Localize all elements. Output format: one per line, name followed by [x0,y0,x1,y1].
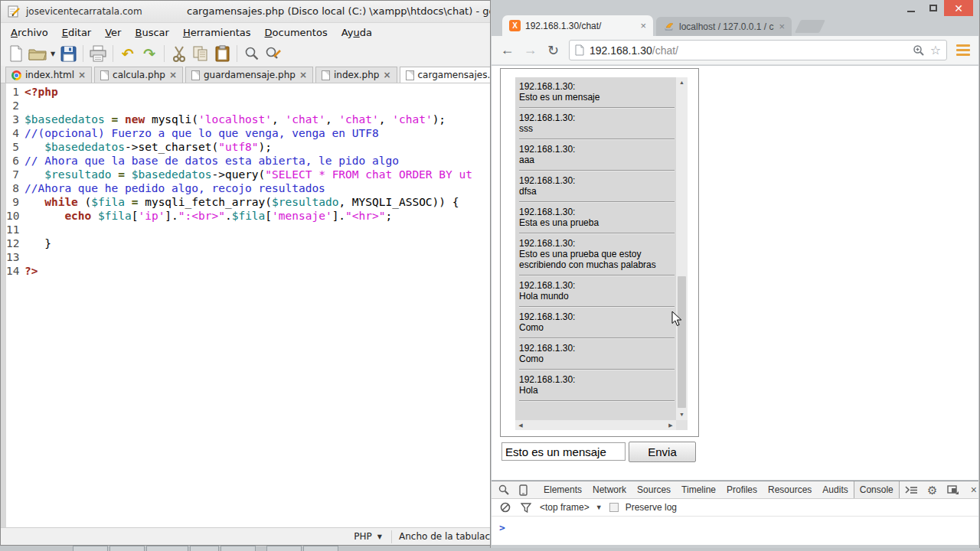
menu-ayuda[interactable]: Ayuda [335,24,379,41]
taskbar-button[interactable] [303,546,338,551]
settings-gear-icon[interactable]: ⚙ [926,483,939,497]
code-token [24,196,44,208]
code-token: , [325,113,338,126]
close-button[interactable]: ✕ [944,0,973,16]
vertical-scrollbar[interactable]: ▲ ▼ [676,77,688,420]
tab-close-icon[interactable]: × [779,21,785,32]
devtools-tab-elements[interactable]: Elements [538,481,587,498]
preserve-log-checkbox[interactable] [609,503,619,512]
filter-icon[interactable] [519,500,533,514]
reload-button[interactable]: ↻ [543,40,564,60]
minimize-button[interactable] [900,0,922,16]
console-drawer-icon[interactable] [905,483,919,497]
copy-button[interactable] [190,44,211,64]
menu-editar[interactable]: Editar [55,24,99,41]
code-token: 'chat' [338,113,378,126]
undo-button[interactable]: ↶ [117,44,139,64]
print-button[interactable] [87,44,109,64]
new-tab-button[interactable] [795,20,825,33]
code-line: 2 [6,99,490,112]
maximize-button[interactable] [922,0,944,16]
open-dropdown-arrow[interactable]: ▼ [48,44,57,64]
scroll-left-arrow[interactable]: ◀ [515,420,526,430]
menu-documentos[interactable]: Documentos [258,24,335,41]
bookmark-star-icon[interactable]: ☆ [930,44,941,57]
line-number: 13 [6,250,24,264]
editor-titlebar[interactable]: josevicentecarratala.com cargamensajes.p… [1,1,490,23]
taskbar-button[interactable] [109,546,145,551]
chat-message: 192.168.1.30:dfsa [519,171,676,197]
scroll-down-arrow[interactable]: ▼ [676,409,688,420]
horizontal-scrollbar[interactable]: ◀ ▶ [515,420,676,430]
browser-menu-button[interactable] [952,40,973,60]
devtools-tab-audits[interactable]: Audits [817,481,853,498]
devtools-tab-resources[interactable]: Resources [763,481,817,498]
editor-tab[interactable]: index.php× [315,67,397,83]
paste-button[interactable] [211,44,233,64]
taskbar-button[interactable] [146,546,188,551]
messages-scroll-area[interactable]: 192.168.1.30:Esto es un mensaje192.168.1… [515,77,688,430]
menu-archivo[interactable]: Archivo [4,24,55,41]
code-line: 5 $basededatos->set_charset("utf8"); [6,140,490,154]
devtools-tab-timeline[interactable]: Timeline [676,481,721,498]
editor-tab[interactable]: calcula.php× [94,67,183,83]
message-input[interactable] [501,442,626,461]
clear-console-icon[interactable] [498,500,512,514]
taskbar-button[interactable] [73,546,108,551]
redo-button[interactable]: ↷ [139,44,160,64]
editor-tab[interactable]: index.html× [5,67,92,83]
devtools-tab-console[interactable]: Console [854,481,900,498]
message-ip: 192.168.1.30: [519,280,676,291]
send-button[interactable]: Envia [629,442,696,462]
code-token: echo [64,210,91,222]
code-token [24,141,44,153]
taskbar-button[interactable] [220,546,256,551]
open-file-button[interactable] [27,44,48,64]
devtools-tab-profiles[interactable]: Profiles [721,481,763,498]
frame-selector-value: <top frame> [540,502,590,513]
forward-button[interactable]: → [520,40,541,60]
devtools-tab-sources[interactable]: Sources [632,481,676,498]
cut-button[interactable] [168,44,190,64]
menu-ver[interactable]: Ver [98,24,128,41]
tab-close-icon[interactable]: × [299,70,307,80]
search-replace-button[interactable] [263,44,284,64]
console-output[interactable]: > [492,517,978,534]
taskbar-button[interactable] [190,546,219,551]
tab-close-icon[interactable]: × [640,20,646,31]
device-mode-icon[interactable] [516,483,530,497]
browser-tab[interactable]: X192.168.1.30/chat/× [502,15,653,36]
tab-close-icon[interactable]: × [169,70,177,80]
chat-message: 192.168.1.30:aaa [519,140,676,165]
code-token: [ [265,210,272,222]
back-button[interactable]: ← [497,40,518,60]
devtools-close-icon[interactable]: × [967,483,980,497]
search-button[interactable] [241,44,263,64]
menu-herramientas[interactable]: Herramientas [176,24,258,41]
code-text: while ($fila = mysqli_fetch_array($resul… [24,195,459,209]
scroll-right-arrow[interactable]: ▶ [665,420,676,430]
save-button[interactable] [57,44,79,64]
language-selector[interactable]: PHP ▼ [345,530,391,543]
tab-close-icon[interactable]: × [78,70,86,80]
chevron-down-icon: ▼ [377,533,382,540]
inspect-element-icon[interactable] [497,483,511,497]
new-document-button[interactable] [5,44,27,64]
minimize-icon [907,11,915,12]
devtools-tab-network[interactable]: Network [587,481,632,498]
menu-buscar[interactable]: Buscar [128,24,175,41]
scroll-up-arrow[interactable]: ▲ [676,77,688,88]
dock-side-icon[interactable] [946,483,960,497]
editor-tab[interactable]: guardamensaje.php× [185,67,313,83]
omnibox[interactable]: 192.168.1.30/chat/ ☆ [569,40,947,60]
hamburger-icon [956,49,970,51]
copy-icon [192,45,209,62]
taskbar-button[interactable] [266,546,302,551]
tab-close-icon[interactable]: × [383,70,390,80]
vertical-scrollbar-thumb[interactable] [678,276,686,408]
frame-selector[interactable]: <top frame> ▼ [540,502,603,513]
zoom-icon[interactable] [913,44,925,57]
tab-width-selector[interactable]: Ancho de la tabulaci [392,531,490,542]
browser-tab[interactable]: localhost / 127.0.0.1 / chat× [656,17,792,36]
code-editor[interactable]: 1<?php23$basededatos = new mysqli('local… [1,83,490,527]
